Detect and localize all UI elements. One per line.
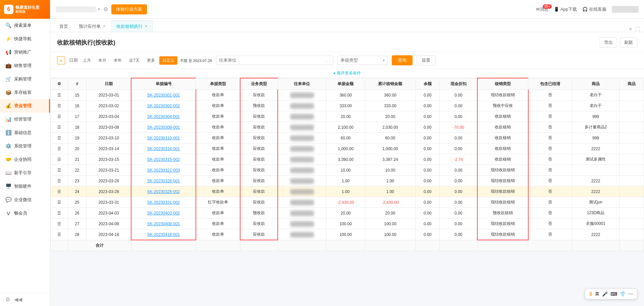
- tab-close-icon[interactable]: ✕: [103, 24, 106, 28]
- query-button[interactable]: 查询: [392, 55, 413, 65]
- industry-solution-button[interactable]: 体验行业方案: [111, 4, 147, 14]
- doc-type-filter-wrap[interactable]: 单据类型 ▾: [337, 56, 388, 65]
- settings-button[interactable]: 设置: [417, 55, 435, 65]
- col-doc-no: SK-20230331-002: [131, 197, 196, 208]
- app-download-link[interactable]: 📱 App下载: [554, 6, 577, 12]
- col-biz-type: 应收款: [240, 133, 278, 143]
- col-header-amount[interactable]: 单据金额: [326, 78, 365, 90]
- app-name: 畅康道好生意: [15, 5, 40, 10]
- partner-ellipsis[interactable]: ...: [325, 58, 330, 63]
- last-month-btn[interactable]: 上月: [80, 56, 94, 65]
- col-header-write-off-type[interactable]: 核销类型: [477, 78, 528, 90]
- this-month-btn[interactable]: 本月: [95, 56, 109, 65]
- col-header-biz-type[interactable]: 业务类型: [240, 78, 278, 90]
- sidebar-item-采购管理[interactable]: 🛒采购管理: [0, 72, 50, 86]
- col-no: 25: [68, 197, 86, 208]
- this-year-btn[interactable]: 本年: [111, 56, 125, 65]
- col-no: 27: [68, 219, 86, 229]
- col-header-balance[interactable]: 余额: [415, 78, 440, 90]
- col-amount: 100.00: [326, 229, 365, 240]
- maximize-icon[interactable]: ⛶: [635, 26, 640, 32]
- col-settings[interactable]: ☰: [51, 101, 68, 111]
- tab-close-icon[interactable]: ✕: [145, 24, 148, 28]
- col-included: 否: [528, 90, 572, 101]
- settings-icon[interactable]: ⚙: [5, 296, 10, 303]
- ime-shirt-icon[interactable]: 👕: [620, 291, 626, 297]
- col-settings[interactable]: ☰: [51, 219, 68, 229]
- tab-首页[interactable]: 首页: [54, 20, 73, 32]
- sidebar: 6 畅康道好生意 标推版 🔍搜索菜单⚡快捷导航📢营销推广💼销售管理🛒采购管理📦库…: [0, 0, 50, 306]
- col-write-off: 333.00: [365, 101, 415, 111]
- expand-filter-button[interactable]: »: [57, 56, 65, 64]
- sidebar-item-新手引导[interactable]: 📖新手引导: [0, 166, 50, 180]
- sidebar-item-企业协同[interactable]: 🤝企业协同: [0, 153, 50, 166]
- col-settings[interactable]: ☰: [51, 122, 68, 133]
- last-7days-btn[interactable]: 近7天: [126, 56, 143, 65]
- sidebar-item-系统管理[interactable]: ⚙️系统管理: [0, 139, 50, 153]
- phone-icon: 📱: [554, 7, 559, 12]
- col-header-partner[interactable]: 往来单位: [278, 78, 326, 90]
- sidebar-item-企业微信[interactable]: 💬企业微信: [0, 193, 50, 206]
- col-settings[interactable]: ☰: [51, 111, 68, 122]
- sidebar-item-营销推广[interactable]: 📢营销推广: [0, 46, 50, 59]
- col-settings[interactable]: ☰: [51, 154, 68, 165]
- col-biz-type: 预收款: [240, 101, 278, 111]
- col-settings[interactable]: ☰: [51, 186, 68, 197]
- tab-收款核销执行[interactable]: 收款核销执行✕: [111, 20, 153, 32]
- sidebar-item-快捷导航[interactable]: ⚡快捷导航: [0, 32, 50, 46]
- collapse-icon[interactable]: ◀◀: [14, 296, 22, 303]
- col-amount: 360.00: [326, 90, 365, 101]
- refresh-button[interactable]: 刷新: [620, 38, 637, 48]
- col-header-product2[interactable]: 商品: [620, 78, 644, 90]
- col-header-product1[interactable]: 商品: [572, 78, 619, 90]
- settings-col-header[interactable]: ⚙: [51, 78, 68, 90]
- close-tab-icon[interactable]: ✕: [629, 26, 633, 32]
- col-header-discount[interactable]: 现金折扣: [440, 78, 477, 90]
- col-no: 22: [68, 165, 86, 176]
- sidebar-item-搜索菜单[interactable]: 🔍搜索菜单: [0, 19, 50, 32]
- col-biz-type: 应收款: [240, 154, 278, 165]
- col-settings[interactable]: ☰: [51, 229, 68, 240]
- sidebar-item-基础信息[interactable]: ℹ️基础信息: [0, 126, 50, 139]
- col-settings[interactable]: ☰: [51, 208, 68, 219]
- col-header-doc-type[interactable]: 单据类型: [196, 78, 240, 90]
- sidebar-item-经营管理[interactable]: 📊经营管理: [0, 113, 50, 126]
- col-settings[interactable]: ☰: [51, 90, 68, 101]
- col-header-write-off[interactable]: 累计核销金额: [365, 78, 415, 90]
- sidebar-item-资金管理[interactable]: 💰资金管理: [0, 99, 50, 113]
- col-settings[interactable]: ☰: [51, 133, 68, 143]
- online-service-link[interactable]: 🎧 在线客服: [582, 6, 606, 12]
- col-settings[interactable]: ☰: [51, 165, 68, 176]
- custom-date-btn[interactable]: 自定义: [159, 56, 177, 65]
- col-settings[interactable]: ☰: [51, 197, 68, 208]
- sidebar-footer[interactable]: ⚙ ◀◀: [0, 293, 50, 306]
- col-no: 17: [68, 111, 86, 122]
- ime-keyboard-icon[interactable]: ⌨: [610, 291, 617, 297]
- expand-more-conditions-button[interactable]: ▾ 展开更多条件: [50, 69, 644, 77]
- more-date-btn[interactable]: 更多: [144, 56, 158, 65]
- col-settings[interactable]: ☰: [51, 176, 68, 186]
- ime-more-icon[interactable]: ⋯: [628, 291, 633, 297]
- sidebar-item-智能硬件[interactable]: 🖥️智能硬件: [0, 180, 50, 193]
- partner-input[interactable]: [238, 58, 323, 63]
- user-avatar[interactable]: [612, 6, 639, 13]
- ime-lang-toggle[interactable]: 英: [595, 291, 599, 297]
- col-header-date[interactable]: 日期: [87, 78, 131, 90]
- col-biz-type: 应收款: [240, 143, 278, 154]
- col-header-doc-no[interactable]: 单据编号: [131, 78, 196, 90]
- sidebar-item-销售管理[interactable]: 💼销售管理: [0, 59, 50, 72]
- col-doc-no: SK-20230418-001: [131, 229, 196, 240]
- ime-mic-icon[interactable]: 🎤: [602, 291, 608, 297]
- tab-预计应付单[interactable]: 预计应付单✕: [74, 20, 111, 32]
- col-doc-no: SK-20230310-001: [131, 133, 196, 143]
- sidebar-item-畅会员[interactable]: V畅会员: [0, 206, 50, 220]
- col-write-off-type: 现结收款核销: [477, 176, 528, 186]
- export-button[interactable]: 导出: [600, 38, 617, 48]
- gear-icon[interactable]: ⚙: [103, 6, 108, 12]
- chevron-down-icon[interactable]: ▾: [98, 7, 100, 11]
- col-discount: 0.00: [440, 101, 477, 111]
- message-button[interactable]: ✉ 消息 99+: [536, 6, 548, 12]
- sidebar-item-库存核算[interactable]: 📦库存核算: [0, 86, 50, 99]
- col-settings[interactable]: ☰: [51, 143, 68, 154]
- col-header-included[interactable]: 包含已结清: [528, 78, 572, 90]
